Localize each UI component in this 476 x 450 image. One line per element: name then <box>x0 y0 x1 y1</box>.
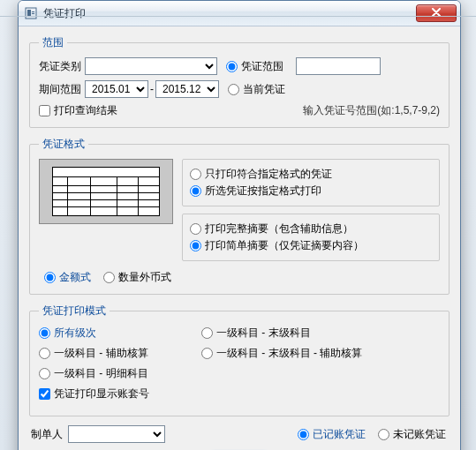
opt-simple-summary-radio[interactable]: 打印简单摘要（仅凭证摘要内容） <box>190 238 432 253</box>
voucher-range-hint: 输入凭证号范围(如:1,5,7-9,2) <box>303 103 440 118</box>
close-button[interactable] <box>416 4 457 22</box>
voucher-type-label: 凭证类别 <box>39 59 81 74</box>
period-range-label: 期间范围 <box>39 82 81 97</box>
voucher-range-input[interactable] <box>296 57 381 75</box>
svg-rect-2 <box>32 11 34 12</box>
format-group: 凭证格式 <box>29 137 450 295</box>
opt-match-format-radio[interactable]: 只打印符合指定格式的凭证 <box>190 167 432 182</box>
close-icon <box>431 7 442 19</box>
opt-by-format-radio[interactable]: 所选凭证按指定格式打印 <box>190 184 432 199</box>
opt-full-summary-radio[interactable]: 打印完整摘要（包含辅助信息） <box>190 221 432 236</box>
posted-radio[interactable]: 已记账凭证 <box>298 427 366 442</box>
period-from-select[interactable]: 2015.01 <box>85 80 148 98</box>
dialog-window: 凭证打印 范围 凭证类别 <box>18 0 461 450</box>
preparer-select[interactable] <box>68 425 165 443</box>
format-legend: 凭证格式 <box>39 137 88 152</box>
preparer-label: 制单人 <box>31 427 63 442</box>
voucher-type-select[interactable] <box>85 57 217 75</box>
print-query-result-checkbox[interactable]: 打印查询结果 <box>39 103 117 118</box>
svg-rect-3 <box>32 13 34 14</box>
period-dash: - <box>150 83 154 95</box>
scope-group: 范围 凭证类别 凭证范围 期间范围 2015.01 <box>29 35 450 128</box>
title-bar: 凭证打印 <box>19 1 460 26</box>
template-preview <box>39 159 173 224</box>
unposted-radio[interactable]: 未记账凭证 <box>378 427 446 442</box>
scope-legend: 范围 <box>39 35 67 50</box>
mode-l1-last-radio[interactable]: 一级科目 - 末级科目 <box>201 326 311 341</box>
summary-box: 打印完整摘要（包含辅助信息） 打印简单摘要（仅凭证摘要内容） <box>182 214 440 261</box>
style-amount-radio[interactable]: 金额式 <box>44 270 91 285</box>
style-qty-fx-radio[interactable]: 数量外币式 <box>103 270 171 285</box>
mode-all-levels-radio[interactable]: 所有级次 <box>39 326 189 341</box>
voucher-range-radio[interactable]: 凭证范围 <box>226 59 283 74</box>
mode-group: 凭证打印模式 所有级次 一级科目 - 末级科目 一级科目 - 辅助核算 <box>29 304 450 416</box>
mode-legend: 凭证打印模式 <box>39 304 110 319</box>
current-voucher-radio[interactable]: 当前凭证 <box>228 82 285 97</box>
app-icon <box>24 6 38 20</box>
format-filter-box: 只打印符合指定格式的凭证 所选凭证按指定格式打印 <box>182 159 440 206</box>
mode-l1-aux-radio[interactable]: 一级科目 - 辅助核算 <box>39 346 189 361</box>
window-title: 凭证打印 <box>43 6 416 21</box>
show-account-set-checkbox[interactable]: 凭证打印显示账套号 <box>39 386 149 401</box>
mode-l1-detail-radio[interactable]: 一级科目 - 明细科目 <box>39 366 148 381</box>
svg-rect-1 <box>27 10 31 17</box>
period-to-select[interactable]: 2015.12 <box>155 80 219 98</box>
mode-l1-last-aux-radio[interactable]: 一级科目 - 末级科目 - 辅助核算 <box>201 346 362 361</box>
